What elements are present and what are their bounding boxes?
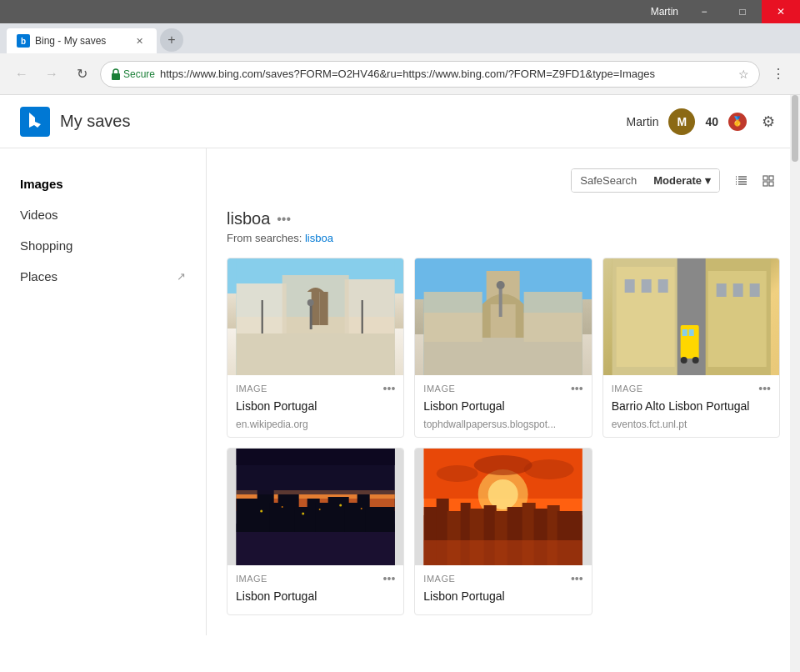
close-button[interactable]: ✕ <box>762 0 800 23</box>
badge-icon: 🥇 <box>728 113 747 131</box>
svg-rect-30 <box>424 292 482 350</box>
maximize-button[interactable]: □ <box>723 0 762 23</box>
image-thumbnail <box>415 258 591 375</box>
svg-rect-11 <box>763 182 768 186</box>
sidebar-item-shopping-label: Shopping <box>20 238 72 253</box>
bookmark-star-icon[interactable]: ☆ <box>738 68 749 81</box>
collection-more-button[interactable]: ••• <box>277 212 291 227</box>
lisbon-image-4 <box>228 449 403 565</box>
sidebar-item-videos[interactable]: Videos <box>0 199 206 230</box>
svg-rect-9 <box>763 176 768 180</box>
safesearch-value[interactable]: Moderate ▾ <box>645 169 719 192</box>
svg-rect-67 <box>366 507 395 532</box>
image-title: Barrio Alto Lisbon Portugal <box>612 399 771 415</box>
user-avatar[interactable]: M <box>668 108 695 135</box>
active-tab[interactable]: b Bing - My saves ✕ <box>7 28 157 53</box>
image-grid: IMAGE ••• Lisbon Portugal en.wikipedia.o… <box>227 258 780 615</box>
svg-rect-40 <box>624 279 634 293</box>
safesearch-label: SafeSearch <box>572 169 645 192</box>
tab-title: Bing - My saves <box>35 35 127 47</box>
lisbon-image-5 <box>415 449 591 565</box>
user-points: 40 <box>705 115 718 128</box>
lisbon-image-1 <box>228 258 403 375</box>
svg-point-71 <box>319 509 321 510</box>
sidebar-item-images-label: Images <box>20 177 63 191</box>
tab-close-button[interactable]: ✕ <box>132 33 147 48</box>
bing-header-right: Martin M 40 🥇 ⚙ <box>627 108 780 135</box>
svg-point-69 <box>282 506 283 508</box>
collection-header: lisboa ••• From searches: lisboa <box>227 209 780 244</box>
image-card[interactable]: IMAGE ••• Lisbon Portugal en.wikipedia.o… <box>227 258 404 438</box>
svg-rect-24 <box>362 300 363 333</box>
svg-point-51 <box>692 357 698 364</box>
scrollbar-thumb[interactable] <box>792 95 798 162</box>
image-card[interactable]: IMAGE ••• Lisbon Portugal <box>414 448 592 616</box>
bing-logo <box>20 107 50 137</box>
list-view-button[interactable] <box>730 169 753 193</box>
collection-from: From searches: lisboa <box>227 232 780 244</box>
image-source: en.wikipedia.org <box>236 419 395 430</box>
url-bar[interactable]: Secure https://www.bing.com/saves?FORM=O… <box>100 61 760 88</box>
image-thumbnail <box>228 258 403 375</box>
image-more-button[interactable]: ••• <box>758 382 771 395</box>
svg-point-72 <box>339 504 342 506</box>
image-card-meta: IMAGE ••• Lisbon Portugal tophdwallpaper… <box>415 375 591 437</box>
image-card-meta: IMAGE ••• Lisbon Portugal en.wikipedia.o… <box>228 375 403 437</box>
svg-rect-12 <box>769 182 773 186</box>
lock-icon <box>111 68 121 80</box>
new-tab-button[interactable]: + <box>160 28 183 52</box>
secure-label: Secure <box>123 68 155 80</box>
image-more-button[interactable]: ••• <box>383 382 396 395</box>
tab-bar: b Bing - My saves ✕ + <box>0 23 800 53</box>
svg-rect-0 <box>112 73 120 80</box>
back-button[interactable]: ← <box>10 63 33 86</box>
secure-indicator: Secure <box>111 68 155 80</box>
forward-button[interactable]: → <box>40 63 63 86</box>
svg-point-82 <box>474 455 532 475</box>
lisbon-image-3 <box>603 258 779 375</box>
safesearch-dropdown-arrow: ▾ <box>705 174 711 187</box>
svg-point-73 <box>361 508 362 509</box>
url-text: https://www.bing.com/saves?FORM=O2HV46&r… <box>160 68 733 80</box>
svg-rect-23 <box>262 300 263 333</box>
collection-from-link[interactable]: lisboa <box>305 232 333 244</box>
image-type-label: IMAGE <box>236 384 268 394</box>
image-more-button[interactable]: ••• <box>383 572 396 585</box>
image-more-button[interactable]: ••• <box>571 382 583 395</box>
image-source: tophdwallpapersus.blogspot... <box>423 419 582 430</box>
sidebar-item-places[interactable]: Places ↗ <box>0 261 206 292</box>
address-bar: ← → ↻ Secure https://www.bing.com/saves?… <box>0 53 800 95</box>
bing-logo-area: My saves <box>20 107 130 137</box>
image-card[interactable]: IMAGE ••• Lisbon Portugal <box>227 448 404 616</box>
minimize-button[interactable]: − <box>685 0 723 23</box>
svg-rect-10 <box>769 176 773 180</box>
image-title: Lisbon Portugal <box>236 589 395 605</box>
refresh-button[interactable]: ↻ <box>70 63 93 86</box>
svg-rect-19 <box>320 292 328 325</box>
image-card[interactable]: IMAGE ••• Barrio Alto Lisbon Portugal ev… <box>602 258 780 438</box>
content-area: SafeSearch Moderate ▾ <box>207 148 800 635</box>
image-card[interactable]: IMAGE ••• Lisbon Portugal tophdwallpaper… <box>414 258 592 438</box>
scrollbar-track[interactable] <box>790 95 800 672</box>
sidebar-item-shopping[interactable]: Shopping <box>0 230 206 261</box>
safesearch-button[interactable]: SafeSearch Moderate ▾ <box>571 168 720 193</box>
image-thumbnail <box>228 449 403 565</box>
sidebar-item-images[interactable]: Images <box>0 168 206 199</box>
image-type-row: IMAGE ••• <box>236 382 395 395</box>
svg-rect-45 <box>749 283 759 297</box>
image-title: Lisbon Portugal <box>423 589 582 605</box>
image-more-button[interactable]: ••• <box>571 572 583 585</box>
svg-rect-75 <box>237 449 395 465</box>
main-layout: Images Videos Shopping Places ↗ S <box>0 148 800 635</box>
grid-view-button[interactable] <box>757 169 780 193</box>
svg-point-70 <box>302 512 304 514</box>
svg-point-80 <box>437 465 478 482</box>
image-type-row: IMAGE ••• <box>423 382 582 395</box>
settings-icon[interactable]: ⚙ <box>757 110 780 133</box>
image-type-label: IMAGE <box>423 384 455 394</box>
browser-menu-button[interactable]: ⋮ <box>767 63 790 86</box>
safesearch-value-text: Moderate <box>653 174 702 187</box>
image-type-label: IMAGE <box>612 384 643 394</box>
image-type-row: IMAGE ••• <box>236 572 395 585</box>
svg-rect-43 <box>716 283 726 297</box>
